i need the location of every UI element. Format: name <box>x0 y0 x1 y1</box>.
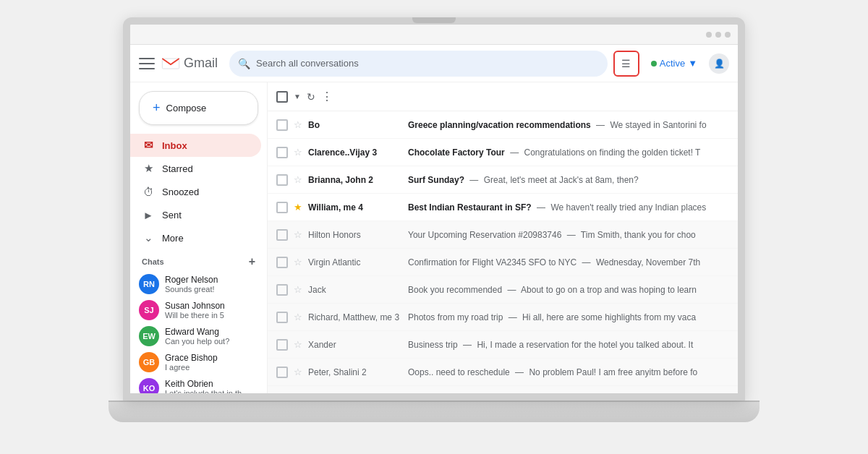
email-row-peter1[interactable]: ☆ Peter, Shalini 2 Oops.. need to resche… <box>268 359 738 386</box>
active-chevron: ▼ <box>688 58 697 69</box>
title-bar-dots <box>706 32 731 38</box>
email-sender: Clarence..Vijay 3 <box>308 147 402 158</box>
title-bar <box>130 25 738 45</box>
more-options-icon[interactable]: ⋮ <box>321 90 333 103</box>
email-subject-snippet: Photos from my road trip — Hi all, here … <box>408 312 729 322</box>
email-row-william[interactable]: ★ William, me 4 Best Indian Restaurant i… <box>268 194 738 221</box>
sent-icon: ► <box>142 209 155 221</box>
chat-avatar-grace: GB <box>139 352 159 372</box>
chats-add-icon[interactable]: + <box>249 255 255 268</box>
account-icon[interactable]: 👤 <box>709 53 729 74</box>
sidebar-item-snoozed[interactable]: ⏱ Snoozed <box>130 180 261 203</box>
select-all-chevron[interactable]: ▼ <box>294 93 301 100</box>
search-bar[interactable]: 🔍 Search all conversations <box>229 51 608 77</box>
email-toolbar: ▼ ↻ ⋮ <box>268 82 738 111</box>
email-sender: Brianna, John 2 <box>308 175 402 185</box>
email-sender: William, me 4 <box>308 202 402 213</box>
email-sender: Bo <box>308 120 402 130</box>
chats-section-header: Chats + <box>130 249 267 271</box>
chat-info-keith: Keith Obrien Let's include that in the..… <box>165 379 252 393</box>
email-checkbox[interactable] <box>276 284 288 296</box>
chat-item-grace[interactable]: GB Grace Bishop I agree <box>130 349 261 375</box>
sidebar-item-sent[interactable]: ► Sent <box>130 203 261 226</box>
chat-item-keith[interactable]: KO Keith Obrien Let's include that in th… <box>130 375 261 393</box>
chat-name-keith: Keith Obrien <box>165 379 252 389</box>
chat-item-susan[interactable]: SJ Susan Johnson Will be there in 5 <box>130 297 261 323</box>
email-checkbox[interactable] <box>276 119 288 131</box>
more-expand-icon: ⌄ <box>142 231 155 244</box>
menu-icon[interactable] <box>139 58 155 69</box>
inbox-icon: ✉ <box>142 139 155 152</box>
chat-preview-grace: I agree <box>165 363 252 372</box>
email-checkbox[interactable] <box>276 229 288 241</box>
email-checkbox[interactable] <box>276 312 288 323</box>
starred-icon: ★ <box>142 162 155 175</box>
chat-preview-susan: Will be there in 5 <box>165 311 252 320</box>
chat-name-edward: Edward Wang <box>165 327 252 337</box>
email-row-clarence[interactable]: ☆ Clarence..Vijay 3 Chocolate Factory To… <box>268 139 738 166</box>
chat-item-edward[interactable]: EW Edward Wang Can you help out? <box>130 323 261 349</box>
email-star-starred[interactable]: ★ <box>294 202 302 213</box>
email-checkbox[interactable] <box>276 147 288 158</box>
top-bar: Gmail 🔍 Search all conversations ☰ Activ… <box>130 45 738 82</box>
starred-label: Starred <box>162 163 193 174</box>
email-subject-snippet: Your Upcoming Reservation #20983746 — Ti… <box>408 230 729 240</box>
email-list: ▼ ↻ ⋮ ☆ Bo Greece planning/vacation reco… <box>268 82 738 393</box>
email-row-jack[interactable]: ☆ Jack Book you recommended — About to g… <box>268 276 738 304</box>
email-row-richard[interactable]: ☆ Richard, Matthew, me 3 Photos from my … <box>268 304 738 331</box>
email-star[interactable]: ☆ <box>294 119 302 130</box>
email-star[interactable]: ☆ <box>294 367 302 377</box>
email-row-brianna[interactable]: ☆ Brianna, John 2 Surf Sunday? — Great, … <box>268 166 738 194</box>
snoozed-label: Snoozed <box>162 187 199 197</box>
email-star[interactable]: ☆ <box>294 257 302 267</box>
chat-info-grace: Grace Bishop I agree <box>165 353 252 372</box>
email-checkbox[interactable] <box>276 367 288 378</box>
email-checkbox[interactable] <box>276 257 288 268</box>
email-row-xander1[interactable]: ☆ Xander Business trip — Hi, I made a re… <box>268 331 738 359</box>
email-subject-snippet: Best Indian Restaurant in SF? — We haven… <box>408 202 729 213</box>
email-checkbox[interactable] <box>276 174 288 186</box>
filter-button[interactable]: ☰ <box>613 51 639 77</box>
email-checkbox[interactable] <box>276 339 288 351</box>
gmail-app: Gmail 🔍 Search all conversations ☰ Activ… <box>130 45 738 393</box>
email-subject-snippet: Greece planning/vacation recommendations… <box>408 120 729 130</box>
email-star[interactable]: ☆ <box>294 229 302 240</box>
chat-info-susan: Susan Johnson Will be there in 5 <box>165 301 252 320</box>
active-dot-indicator <box>651 61 657 67</box>
window-dot-maximize <box>725 32 731 38</box>
inbox-label: Inbox <box>162 140 187 151</box>
email-row-hilton[interactable]: ☆ Hilton Honors Your Upcoming Reservatio… <box>268 221 738 249</box>
search-placeholder: Search all conversations <box>256 58 599 69</box>
chat-preview-roger: Sounds great! <box>165 285 252 294</box>
active-label: Active <box>660 58 685 69</box>
email-checkbox[interactable] <box>276 202 288 213</box>
chats-label: Chats <box>142 257 164 266</box>
email-star[interactable]: ☆ <box>294 147 302 158</box>
sidebar-item-more[interactable]: ⌄ More <box>130 226 261 249</box>
email-row-roy[interactable]: ☆ Roy, Alex, John Jose 5 Future of Inbox… <box>268 386 738 393</box>
chat-name-grace: Grace Bishop <box>165 353 252 363</box>
compose-button[interactable]: + Compose <box>139 91 258 125</box>
email-star[interactable]: ☆ <box>294 339 302 350</box>
email-row-virgin[interactable]: ☆ Virgin Atlantic Confirmation for Fligh… <box>268 249 738 276</box>
email-sender: Jack <box>308 285 402 295</box>
refresh-icon[interactable]: ↻ <box>307 91 315 103</box>
chat-item-roger[interactable]: RN Roger Nelson Sounds great! <box>130 271 261 297</box>
sidebar-item-inbox[interactable]: ✉ Inbox <box>130 134 261 157</box>
chat-avatar-roger: RN <box>139 274 159 294</box>
email-star[interactable]: ☆ <box>294 284 302 295</box>
search-icon: 🔍 <box>238 58 250 69</box>
sidebar: + Compose ✉ Inbox ★ Starred ⏱ Snoozed <box>130 82 268 393</box>
email-subject-snippet: Oops.. need to reschedule — No problem P… <box>408 367 729 377</box>
sent-label: Sent <box>162 210 182 220</box>
chat-info-edward: Edward Wang Can you help out? <box>165 327 252 346</box>
active-status-button[interactable]: Active ▼ <box>645 51 703 77</box>
email-star[interactable]: ☆ <box>294 174 302 185</box>
email-sender: Peter, Shalini 2 <box>308 367 402 377</box>
compose-plus-icon: + <box>153 100 161 116</box>
select-all-checkbox[interactable] <box>276 91 288 103</box>
sidebar-item-starred[interactable]: ★ Starred <box>130 157 261 180</box>
chat-preview-edward: Can you help out? <box>165 337 252 346</box>
email-star[interactable]: ☆ <box>294 312 302 322</box>
email-row-bo[interactable]: ☆ Bo Greece planning/vacation recommenda… <box>268 111 738 139</box>
